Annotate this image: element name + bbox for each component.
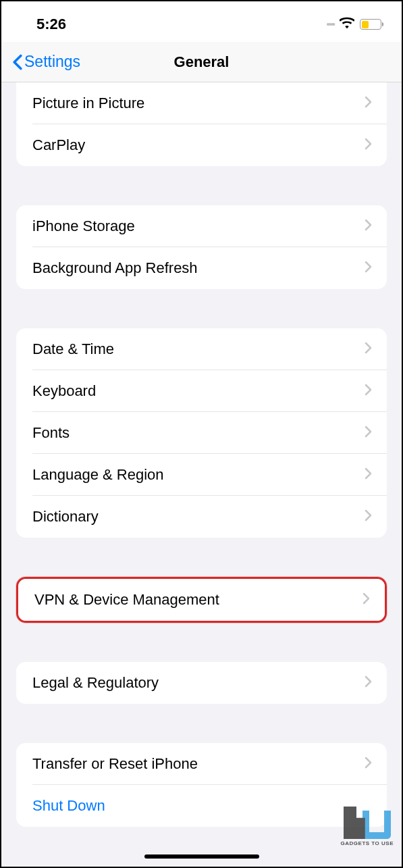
settings-content: Picture in PictureCarPlayiPhone StorageB… — [1, 82, 402, 867]
settings-group: Picture in PictureCarPlay — [16, 82, 387, 166]
watermark: GADGETS TO USE — [341, 807, 394, 846]
settings-group: Legal & Regulatory — [16, 662, 387, 704]
watermark-logo — [344, 807, 391, 839]
status-time: 5:26 — [36, 16, 66, 33]
chevron-right-icon — [362, 592, 370, 607]
settings-item-label: Keyboard — [32, 382, 96, 400]
settings-item-background-app-refresh[interactable]: Background App Refresh — [16, 247, 387, 289]
chevron-right-icon — [365, 426, 372, 440]
settings-item-language-region[interactable]: Language & Region — [16, 454, 387, 496]
battery-icon — [360, 19, 381, 30]
settings-item-iphone-storage[interactable]: iPhone Storage — [16, 205, 387, 247]
watermark-text: GADGETS TO USE — [341, 840, 394, 846]
status-bar: 5:26 •••• — [1, 1, 402, 42]
settings-item-label: Background App Refresh — [32, 259, 198, 277]
settings-item-dictionary[interactable]: Dictionary — [16, 496, 387, 538]
chevron-right-icon — [365, 219, 372, 234]
settings-item-label: Shut Down — [32, 797, 105, 815]
settings-item-label: VPN & Device Management — [34, 591, 219, 609]
chevron-right-icon — [365, 138, 372, 153]
cellular-dots-icon: •••• — [326, 19, 334, 30]
chevron-right-icon — [365, 467, 372, 482]
settings-group: Transfer or Reset iPhoneShut Down — [16, 743, 387, 827]
settings-item-label: Date & Time — [32, 340, 114, 358]
home-indicator[interactable] — [144, 854, 259, 859]
settings-item-date-time[interactable]: Date & Time — [16, 328, 387, 370]
chevron-right-icon — [365, 384, 372, 399]
chevron-left-icon — [12, 54, 23, 70]
settings-item-legal-regulatory[interactable]: Legal & Regulatory — [16, 662, 387, 704]
settings-item-keyboard[interactable]: Keyboard — [16, 370, 387, 412]
back-label: Settings — [24, 53, 80, 71]
chevron-right-icon — [365, 342, 372, 357]
settings-item-label: iPhone Storage — [32, 218, 135, 235]
settings-item-transfer-or-reset-iphone[interactable]: Transfer or Reset iPhone — [16, 743, 387, 785]
settings-item-shut-down[interactable]: Shut Down — [16, 785, 387, 827]
settings-item-label: Picture in Picture — [32, 95, 144, 112]
settings-item-fonts[interactable]: Fonts — [16, 412, 387, 454]
settings-item-vpn-device-management[interactable]: VPN & Device Management — [18, 579, 385, 621]
chevron-right-icon — [365, 96, 372, 111]
page-title: General — [174, 53, 230, 71]
settings-item-carplay[interactable]: CarPlay — [16, 124, 387, 166]
status-icons: •••• — [326, 17, 381, 32]
settings-item-label: CarPlay — [32, 136, 85, 154]
settings-group: VPN & Device Management — [18, 579, 385, 621]
settings-group: iPhone StorageBackground App Refresh — [16, 205, 387, 289]
chevron-right-icon — [365, 757, 372, 771]
settings-group: Date & TimeKeyboardFontsLanguage & Regio… — [16, 328, 387, 538]
chevron-right-icon — [365, 509, 372, 524]
settings-item-label: Transfer or Reset iPhone — [32, 755, 198, 773]
back-button[interactable]: Settings — [1, 53, 80, 71]
chevron-right-icon — [365, 675, 372, 690]
highlight-annotation: VPN & Device Management — [16, 577, 387, 623]
chevron-right-icon — [365, 261, 372, 276]
wifi-icon — [340, 17, 354, 32]
settings-item-label: Fonts — [32, 424, 70, 442]
settings-item-label: Dictionary — [32, 508, 99, 526]
settings-item-picture-in-picture[interactable]: Picture in Picture — [16, 82, 387, 124]
settings-item-label: Language & Region — [32, 466, 164, 484]
settings-item-label: Legal & Regulatory — [32, 674, 159, 692]
nav-bar: Settings General — [1, 42, 402, 82]
